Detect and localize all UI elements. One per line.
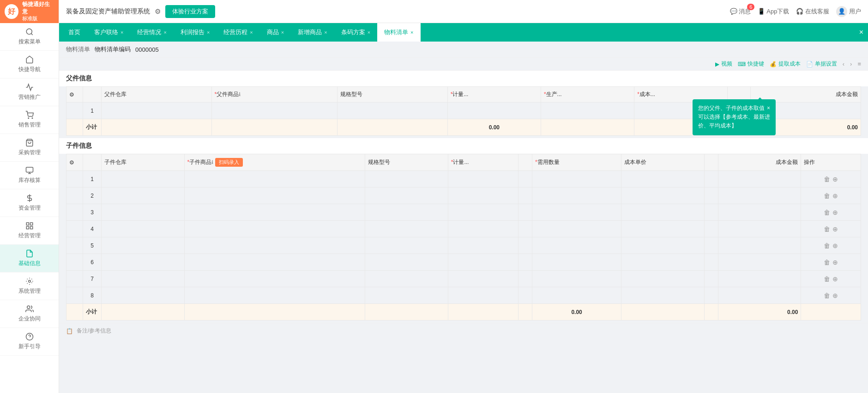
tab-history-close[interactable]: × [250,30,253,35]
child-row4-warehouse[interactable] [102,221,185,237]
child-row3-product[interactable] [184,204,365,221]
child-row7-qty[interactable] [448,271,518,287]
child-row1-qty[interactable] [448,171,518,187]
delete-icon-4[interactable]: 🗑 [824,225,830,233]
child-row1-unit-cost[interactable] [621,171,705,187]
delete-icon-6[interactable]: 🗑 [824,259,830,266]
sidebar-item-sales[interactable]: 销售管理 [0,106,59,134]
child-row5-qty[interactable] [448,237,518,254]
child-row5-unit-cost[interactable] [621,237,705,254]
tab-new-product[interactable]: 新增商品 × [291,23,334,42]
child-row8-qty[interactable] [448,287,518,304]
child-row1-req-qty[interactable] [532,171,621,187]
child-row4-unit-cost[interactable] [621,221,705,237]
sidebar-item-search[interactable]: 搜索菜单 [0,23,59,51]
sidebar-item-quicknav[interactable]: 快捷导航 [0,51,59,79]
child-row6-warehouse[interactable] [102,254,185,271]
experience-btn[interactable]: 体验行业方案 [165,5,215,18]
child-row1-product[interactable] [184,171,365,187]
tooltip-close-btn[interactable]: × [767,104,770,113]
child-row2-req-qty[interactable] [532,187,621,204]
tab-product[interactable]: 商品 × [260,23,291,42]
tab-bom[interactable]: 物料清单 × [377,23,420,42]
child-row7-req-qty[interactable] [532,271,621,287]
sidebar-item-finance[interactable]: 资金管理 [0,189,59,217]
parent-row1-product[interactable] [211,103,338,119]
tab-barcode-close[interactable]: × [368,30,370,35]
child-row3-warehouse[interactable] [102,204,185,221]
child-row7-warehouse[interactable] [102,271,185,287]
tab-customer[interactable]: 客户联络 × [87,23,130,42]
copy-icon-3[interactable]: ⊕ [832,209,838,216]
child-row5-warehouse[interactable] [102,237,185,254]
delete-icon-2[interactable]: 🗑 [824,192,830,200]
child-row5-req-qty[interactable] [532,237,621,254]
sidebar-item-guide[interactable]: 新手引导 [0,328,59,356]
tab-new-product-close[interactable]: × [324,30,327,35]
copy-icon-8[interactable]: ⊕ [832,292,838,299]
tab-operations[interactable]: 经营情况 × [130,23,173,42]
child-row2-product[interactable] [184,187,365,204]
child-row3-spec[interactable] [365,204,448,221]
child-row3-qty[interactable] [448,204,518,221]
child-row6-req-qty[interactable] [532,254,621,271]
copy-icon-2[interactable]: ⊕ [832,192,838,200]
child-row7-product[interactable] [184,271,365,287]
copy-icon-5[interactable]: ⊕ [832,242,838,249]
delete-icon[interactable]: 🗑 [824,175,830,183]
copy-icon-4[interactable]: ⊕ [832,225,838,233]
child-row8-product[interactable] [184,287,365,304]
user-menu[interactable]: 👤 用户 [836,6,861,17]
online-service[interactable]: 🎧 在线客服 [796,7,829,16]
tab-barcode[interactable]: 条码方案 × [334,23,377,42]
sidebar-item-purchase[interactable]: 采购管理 [0,134,59,162]
child-row8-req-qty[interactable] [532,287,621,304]
child-row2-qty[interactable] [448,187,518,204]
parent-row1-warehouse[interactable] [102,103,212,119]
tab-close-all[interactable]: × [859,28,868,36]
tab-home[interactable]: 首页 [61,23,87,42]
child-row6-qty[interactable] [448,254,518,271]
child-row8-spec[interactable] [365,287,448,304]
child-row6-spec[interactable] [365,254,448,271]
child-row4-spec[interactable] [365,221,448,237]
nav-prev-icon[interactable]: ‹ [843,60,844,67]
child-row4-product[interactable] [184,221,365,237]
parent-row1-production[interactable] [541,103,634,119]
tab-customer-close[interactable]: × [121,30,123,35]
nav-next-icon[interactable]: › [850,60,852,67]
tab-profit-close[interactable]: × [207,30,210,35]
tab-product-close[interactable]: × [281,30,284,35]
shortcut-btn[interactable]: ⌨ 快捷键 [738,60,764,68]
child-row8-unit-cost[interactable] [621,287,705,304]
child-row3-unit-cost[interactable] [621,204,705,221]
grid-view-icon[interactable]: ≡ [857,60,861,67]
copy-icon[interactable]: ⊕ [832,175,838,183]
child-row4-req-qty[interactable] [532,221,621,237]
message-notification[interactable]: 💬 消息 6 [730,7,751,16]
parent-row1-qty[interactable] [447,103,541,119]
child-row7-unit-cost[interactable] [621,271,705,287]
tab-bom-close[interactable]: × [410,30,413,35]
breadcrumb-item1[interactable]: 物料清单 [66,45,90,54]
sidebar-item-basic-info[interactable]: 基础信息 [0,245,59,272]
cost-btn[interactable]: 💰 提取成本 [770,60,801,68]
delete-icon-8[interactable]: 🗑 [824,292,830,299]
child-row8-warehouse[interactable] [102,287,185,304]
child-row5-spec[interactable] [365,237,448,254]
settings-gear-icon[interactable]: ⚙ [155,7,161,16]
copy-icon-6[interactable]: ⊕ [832,259,838,266]
child-row2-spec[interactable] [365,187,448,204]
tab-operations-close[interactable]: × [163,30,166,35]
child-row1-warehouse[interactable] [102,171,185,187]
child-row2-unit-cost[interactable] [621,187,705,204]
tab-profit[interactable]: 利润报告 × [174,23,217,42]
sidebar-item-inventory[interactable]: 库存核算 [0,162,59,189]
child-row4-qty[interactable] [448,221,518,237]
sidebar-item-system[interactable]: 系统管理 [0,272,59,300]
app-download[interactable]: 📱 App下载 [758,7,789,16]
sidebar-item-enterprise[interactable]: 企业协同 [0,300,59,328]
copy-icon-7[interactable]: ⊕ [832,275,838,283]
parent-col-settings[interactable]: ⚙ [66,87,83,103]
child-row1-spec[interactable] [365,171,448,187]
